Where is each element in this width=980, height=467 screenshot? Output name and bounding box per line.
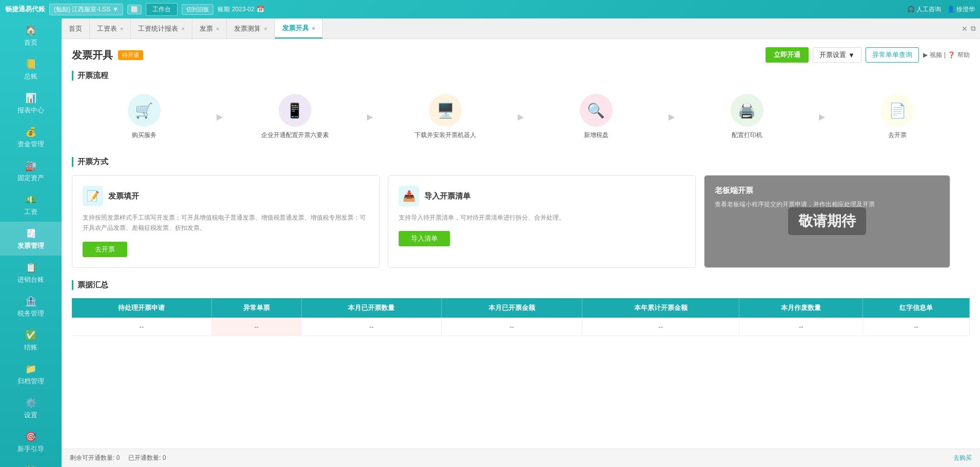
sidebar-label-settings: 设置 — [24, 411, 37, 420]
tab-label: 工资表 — [97, 24, 117, 33]
help-icon[interactable]: ❓ — [948, 51, 955, 59]
tab-发票测算[interactable]: 发票测算× — [227, 18, 275, 38]
sidebar-item-sales[interactable]: 📋 进销台账 — [0, 256, 62, 289]
archive-icon: 📁 — [25, 363, 36, 375]
tab-close-icon[interactable]: × — [216, 26, 219, 32]
sidebar-item-home[interactable]: 🏠 首页 — [0, 18, 62, 52]
sidebar-label-payroll: 工资 — [24, 207, 37, 217]
old-card-title: 老板端开票 — [715, 186, 939, 196]
sidebar-item-invoice[interactable]: 🧾 发票管理 — [0, 222, 62, 256]
user-profile[interactable]: 👤 徐澄华 — [947, 5, 975, 14]
tab-close-icon[interactable]: × — [312, 25, 315, 31]
sidebar-item-payroll[interactable]: 💵 工资 — [0, 188, 62, 222]
open-settings-button[interactable]: 开票设置 ▼ — [813, 47, 861, 63]
process-step-label-0: 购买服务 — [132, 131, 156, 140]
process-step-5[interactable]: 📄 去开票 — [825, 94, 970, 140]
process-step-0[interactable]: 🛒 购买服务 — [72, 94, 217, 140]
sidebar-label-tax: 税务管理 — [17, 309, 44, 318]
tab-label: 工资统计报表 — [138, 24, 178, 33]
summary-col-3: 本月已开票金额 — [442, 298, 582, 318]
sidebar-item-reports[interactable]: 📊 报表中心 — [0, 86, 62, 120]
page-title: 发票开具 — [72, 48, 113, 62]
copy-button[interactable]: ⬜ — [127, 5, 142, 14]
sidebar-item-tax[interactable]: 🏦 税务管理 — [0, 289, 62, 323]
summary-col-1: 异常单票 — [211, 298, 301, 318]
tab-发票[interactable]: 发票× — [192, 18, 227, 38]
sidebar-label-sales: 进销台账 — [17, 275, 44, 284]
view-options: ▶ 视频 | ❓ 帮助 — [923, 51, 970, 60]
page-content: 发票开具 待开通 立即开通 开票设置 ▼ 异常单单查询 ▶ 视频 | ❓ — [62, 39, 980, 449]
tab-bar: 首页工资表×工资统计报表×发票×发票测算×发票开具× ✕ ⧉ — [62, 18, 980, 39]
sidebar-item-archive[interactable]: 📁 归档管理 — [0, 357, 62, 391]
summary-col-0: 待处理开票申请 — [72, 298, 211, 318]
page-header-actions: 立即开通 开票设置 ▼ 异常单单查询 ▶ 视频 | ❓ 帮助 — [766, 47, 970, 63]
tab-工资统计报表[interactable]: 工资统计报表× — [131, 18, 192, 38]
process-step-2[interactable]: 🖥️ 下载并安装开票机器人 — [373, 94, 518, 140]
old-version-button[interactable]: 切到旧版 — [182, 4, 213, 15]
process-step-label-5: 去开票 — [888, 131, 907, 140]
video-icon[interactable]: ▶ — [923, 51, 928, 59]
tab-label: 首页 — [69, 24, 82, 33]
sidebar-item-settings[interactable]: ⚙️ 设置 — [0, 391, 62, 425]
period-value: 2023-02 — [232, 6, 254, 13]
process-step-label-1: 企业开通配置开票六要素 — [261, 131, 329, 140]
import-open-button[interactable]: 导入清单 — [399, 231, 450, 246]
sidebar-item-vip[interactable]: 👑 畅会员 — [0, 459, 62, 467]
summary-cell-1: -- — [211, 318, 301, 336]
workspace-button[interactable]: 工作台 — [146, 3, 178, 16]
sidebar-item-funds[interactable]: 💰 资金管理 — [0, 120, 62, 154]
company-selector[interactable]: (勉励) 江西服室-LSS ▼ — [49, 4, 123, 15]
vip-icon: 👑 — [25, 465, 36, 467]
exception-query-button[interactable]: 异常单单查询 — [866, 47, 919, 63]
consult-button[interactable]: 🎧 人工咨询 — [907, 5, 941, 14]
tab-close-icon[interactable]: × — [120, 26, 123, 32]
sidebar: 🏠 首页📒 总账📊 报表中心💰 资金管理🏭 固定资产💵 工资🧾 发票管理📋 进销… — [0, 18, 62, 467]
settings-icon: ⚙️ — [25, 397, 36, 408]
billing-methods: 📝 发票填开 支持按照发票样式手工填写开发票；可开具增值税电子普通发票、增值税普… — [72, 175, 970, 268]
manual-icon: 📝 — [87, 190, 100, 202]
tab-工资表[interactable]: 工资表× — [90, 18, 131, 38]
sidebar-item-ledger[interactable]: 📒 总账 — [0, 52, 62, 86]
process-step-4[interactable]: 🖨️ 配置打印机 — [675, 94, 819, 140]
process-step-3[interactable]: 🔍 新增税盘 — [524, 94, 669, 140]
close-icon[interactable]: ✕ — [962, 25, 968, 33]
process-step-1[interactable]: 📱 企业开通配置开票六要素 — [223, 94, 367, 140]
restore-icon[interactable]: ⧉ — [971, 24, 976, 33]
process-step-label-2: 下载并安装开票机器人 — [415, 131, 476, 140]
summary-cell-3: -- — [442, 318, 582, 336]
immediate-open-button[interactable]: 立即开通 — [766, 47, 809, 63]
calendar-icon[interactable]: 📅 — [257, 6, 264, 13]
tab-label: 发票开具 — [282, 24, 309, 33]
process-section-title: 开票流程 — [72, 71, 970, 81]
tab-发票开具[interactable]: 发票开具× — [275, 18, 323, 38]
chevron-down-icon: ▼ — [112, 6, 119, 13]
sidebar-item-assets[interactable]: 🏭 固定资产 — [0, 154, 62, 188]
used-quota: 已开通数量: 0 — [128, 454, 166, 461]
import-card-title: 导入开票清单 — [424, 191, 471, 201]
tab-首页[interactable]: 首页 — [62, 18, 90, 38]
summary-col-4: 本年累计开票金额 — [582, 298, 739, 318]
summary-cell-6: -- — [863, 318, 970, 336]
process-arrow-2: ▶ — [518, 112, 524, 122]
tab-close-icon[interactable]: × — [264, 26, 267, 32]
manual-card-header: 📝 发票填开 — [83, 186, 369, 206]
company-name: (勉励) 江西服室-LSS — [54, 5, 110, 14]
tab-close-icon[interactable]: × — [181, 26, 184, 32]
sidebar-label-reports: 报表中心 — [17, 106, 44, 115]
sidebar-label-home: 首页 — [24, 38, 37, 47]
summary-col-6: 红字信息单 — [863, 298, 970, 318]
manual-open-button[interactable]: 去开票 — [83, 242, 127, 257]
sidebar-item-closing[interactable]: ✅ 结账 — [0, 323, 62, 357]
billing-section-title: 开票方式 — [72, 157, 970, 167]
process-arrow-3: ▶ — [669, 112, 675, 122]
summary-section-title: 票据汇总 — [72, 280, 970, 290]
buy-link[interactable]: 去购买 — [953, 454, 972, 462]
summary-col-2: 本月已开票数量 — [301, 298, 442, 318]
import-card-desc: 支持导入待开票清单，可对待开票清单进行拆分、合并处理。 — [399, 212, 685, 223]
payroll-icon: 💵 — [25, 194, 36, 205]
assets-icon: 🏭 — [25, 160, 36, 171]
funds-icon: 💰 — [25, 126, 36, 138]
process-step-label-4: 配置打印机 — [732, 131, 762, 140]
process-arrow-4: ▶ — [819, 112, 825, 122]
sidebar-item-guide[interactable]: 🎯 新手引导 — [0, 425, 62, 459]
